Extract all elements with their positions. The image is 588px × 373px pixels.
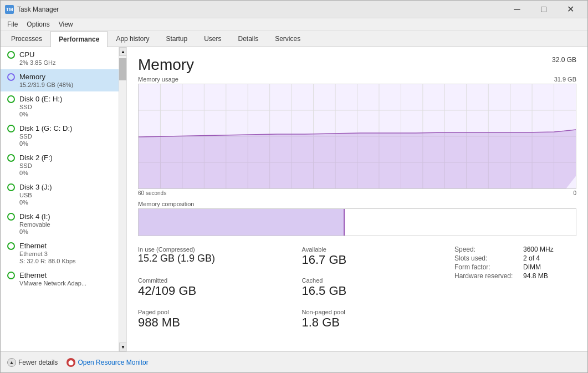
disk1-sub1: SSD xyxy=(19,133,122,140)
memory-sub: 15.2/31.9 GB (48%) xyxy=(19,81,122,88)
tab-processes[interactable]: Processes xyxy=(3,30,50,47)
info-hardware-reserved: Hardware reserved: 94.8 MB xyxy=(454,272,576,280)
memory-label: Memory xyxy=(19,73,45,81)
composition-in-use xyxy=(139,209,344,236)
main-content: CPU 2% 3.85 GHz Memory 15.2/31.9 GB (48%… xyxy=(1,47,587,351)
tab-bar: Processes Performance App history Startu… xyxy=(1,30,587,47)
paged-pool-block: Paged pool 988 MB xyxy=(138,306,291,332)
sidebar-item-ethernet2[interactable]: Ethernet VMware Network Adap... xyxy=(1,268,126,290)
content-area: Memory 32.0 GB Memory usage 31.9 GB xyxy=(127,47,587,351)
ethernet2-sub1: VMware Network Adap... xyxy=(19,280,122,287)
app-icon: TM xyxy=(5,5,14,14)
in-use-value: 15.2 GB (1.9 GB) xyxy=(138,253,291,265)
non-paged-pool-block: Non-paged pool 1.8 GB xyxy=(302,306,455,332)
scroll-up-button[interactable]: ▲ xyxy=(119,47,127,56)
ethernet1-indicator xyxy=(7,242,15,250)
ethernet2-indicator xyxy=(7,272,15,279)
committed-label: Committed xyxy=(138,277,291,284)
chart-svg xyxy=(139,84,576,188)
paged-pool-value: 988 MB xyxy=(138,315,291,330)
sidebar-item-cpu[interactable]: CPU 2% 3.85 GHz xyxy=(1,47,126,69)
chart-time-start: 60 seconds xyxy=(138,190,166,196)
disk1-label: Disk 1 (G: C: D:) xyxy=(19,124,72,132)
disk2-label: Disk 2 (F:) xyxy=(19,154,53,162)
in-use-block: In use (Compressed) 15.2 GB (1.9 GB) xyxy=(138,244,291,269)
resource-monitor-link[interactable]: Open Resource Monitor xyxy=(78,359,148,366)
scroll-down-button[interactable]: ▼ xyxy=(119,343,127,351)
non-paged-pool-label: Non-paged pool xyxy=(302,309,455,315)
app-icon-text: TM xyxy=(6,7,13,12)
tab-performance[interactable]: Performance xyxy=(50,31,108,47)
form-factor-label: Form factor: xyxy=(454,263,521,271)
window-title: Task Manager xyxy=(17,6,504,13)
committed-block: Committed 42/109 GB xyxy=(138,275,291,300)
tab-users[interactable]: Users xyxy=(196,30,229,47)
chart-label-row: Memory usage 31.9 GB xyxy=(138,76,576,83)
sidebar-item-ethernet1[interactable]: Ethernet Ethernet 3 S: 32.0 R: 88.0 Kbps xyxy=(1,238,126,268)
info-right: Speed: 3600 MHz Slots used: 2 of 4 Form … xyxy=(454,244,576,332)
available-value: 16.7 GB xyxy=(302,253,455,267)
form-factor-value: DIMM xyxy=(523,263,541,271)
sidebar-item-disk3[interactable]: Disk 3 (J:) USB 0% xyxy=(1,180,126,209)
cpu-sub: 2% 3.85 GHz xyxy=(19,59,122,66)
ethernet1-sub2: S: 32.0 R: 88.0 Kbps xyxy=(19,258,122,264)
composition-label: Memory composition xyxy=(138,201,576,207)
disk3-sub2: 0% xyxy=(19,199,122,206)
sidebar: CPU 2% 3.85 GHz Memory 15.2/31.9 GB (48%… xyxy=(1,47,127,351)
non-paged-pool-value: 1.8 GB xyxy=(302,315,455,330)
disk0-indicator xyxy=(7,95,15,103)
disk4-sub2: 0% xyxy=(19,228,122,235)
composition-available xyxy=(345,209,576,236)
tab-details[interactable]: Details xyxy=(229,30,267,47)
cached-label: Cached xyxy=(302,277,455,284)
sidebar-item-disk4[interactable]: Disk 4 (I:) Removable 0% xyxy=(1,209,126,238)
fewer-details-button[interactable]: ▲ Fewer details xyxy=(7,358,58,367)
tab-app-history[interactable]: App history xyxy=(108,30,157,47)
in-use-label: In use (Compressed) xyxy=(138,246,291,253)
disk4-sub1: Removable xyxy=(19,221,122,228)
sidebar-scrollbar[interactable]: ▲ ▼ xyxy=(119,47,126,351)
tab-services[interactable]: Services xyxy=(267,30,309,47)
ethernet1-label: Ethernet xyxy=(19,242,47,250)
sidebar-item-disk0[interactable]: Disk 0 (E: H:) SSD 0% xyxy=(1,91,126,121)
disk1-sub2: 0% xyxy=(19,140,122,147)
resource-monitor-icon: ⬤ xyxy=(67,358,75,367)
maximize-button[interactable]: □ xyxy=(531,1,556,18)
ethernet1-sub1: Ethernet 3 xyxy=(19,251,122,257)
tab-startup[interactable]: Startup xyxy=(157,30,196,47)
menu-view[interactable]: View xyxy=(54,19,78,29)
disk0-sub2: 0% xyxy=(19,111,122,117)
composition-section: Memory composition xyxy=(138,201,576,236)
sidebar-item-memory[interactable]: Memory 15.2/31.9 GB (48%) xyxy=(1,69,126,91)
bottom-bar: ▲ Fewer details ⬤ Open Resource Monitor xyxy=(1,351,587,372)
available-block: Available 16.7 GB xyxy=(302,244,455,269)
sidebar-item-disk1[interactable]: Disk 1 (G: C: D:) SSD 0% xyxy=(1,121,126,150)
scroll-thumb[interactable] xyxy=(119,58,126,80)
speed-label: Speed: xyxy=(454,246,521,253)
menu-file[interactable]: File xyxy=(3,19,22,29)
menu-options[interactable]: Options xyxy=(22,19,54,29)
committed-value: 42/109 GB xyxy=(138,284,291,298)
content-header: Memory 32.0 GB xyxy=(138,56,576,74)
disk3-sub1: USB xyxy=(19,192,122,198)
chart-label: Memory usage xyxy=(138,76,178,83)
chart-time-end: 0 xyxy=(573,190,576,196)
task-manager-window: TM Task Manager ─ □ ✕ File Options View … xyxy=(0,0,588,373)
window-controls: ─ □ ✕ xyxy=(504,1,583,18)
available-label: Available xyxy=(302,246,455,253)
disk2-indicator xyxy=(7,154,15,162)
cached-block: Cached 16.5 GB xyxy=(302,275,455,300)
minimize-button[interactable]: ─ xyxy=(504,1,530,18)
memory-usage-chart xyxy=(138,84,576,189)
cached-value: 16.5 GB xyxy=(302,284,455,298)
info-form-factor: Form factor: DIMM xyxy=(454,263,576,272)
sidebar-item-disk2[interactable]: Disk 2 (F:) SSD 0% xyxy=(1,150,126,180)
disk2-sub1: SSD xyxy=(19,162,122,169)
close-button[interactable]: ✕ xyxy=(558,1,583,18)
disk3-indicator xyxy=(7,183,15,191)
disk4-indicator xyxy=(7,213,15,221)
svg-marker-22 xyxy=(139,130,576,188)
content-title: Memory xyxy=(138,56,194,74)
stats-left: In use (Compressed) 15.2 GB (1.9 GB) Ava… xyxy=(138,244,454,332)
content-total: 32.0 GB xyxy=(552,56,576,64)
